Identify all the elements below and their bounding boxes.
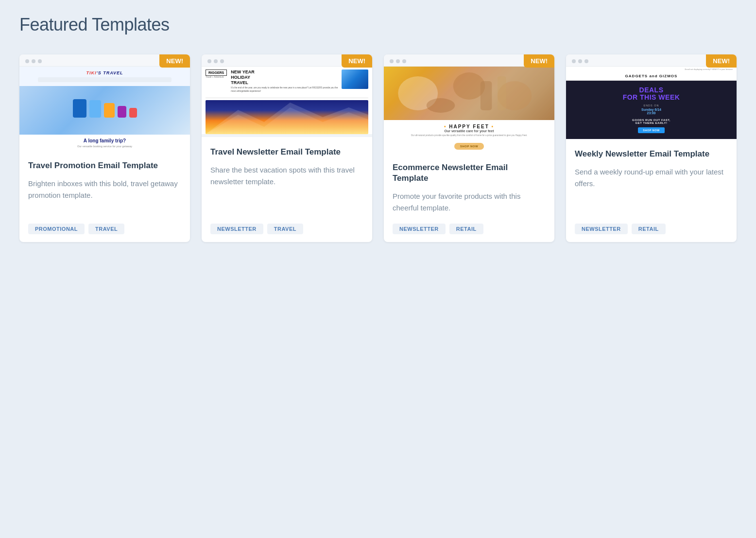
tag-newsletter-3[interactable]: NEWSLETTER (393, 224, 446, 234)
ecommerce-brand: • HAPPY FEET • (389, 124, 550, 129)
template-preview-travel-promo: NEW! TIKI'S TRAVEL A long fami (19, 54, 190, 151)
template-card-ecommerce[interactable]: NEW! • HAPPY FEET • (384, 54, 554, 242)
travel-subtext: Our versatile booking service for your g… (24, 145, 185, 148)
luggage-small (118, 106, 126, 118)
tag-travel-2[interactable]: TRAVEL (267, 224, 303, 234)
ecommerce-shop-button[interactable]: SHOP NOW (454, 143, 484, 150)
template-card-weekly[interactable]: NEW! Email not displaying correctly? VIE… (566, 54, 737, 242)
new-badge: NEW! (159, 54, 190, 68)
mountain-svg (206, 100, 368, 134)
weekly-brand: GADGETS and GIZMOS (570, 74, 733, 78)
riggers-tagline: Travel + Adventure (206, 76, 227, 78)
weekly-header: GADGETS and GIZMOS (566, 72, 737, 81)
dot2 (32, 59, 35, 63)
card-description: Brighten inboxes with this bold, travel … (28, 178, 181, 214)
card-description-4: Send a weekly round-up email with your l… (575, 166, 728, 214)
ecommerce-desc: Our all-natural products provide spa-lik… (389, 134, 550, 138)
card-info-4: Weekly Newsletter Email Template Send a … (566, 139, 737, 242)
dot-left: • (444, 124, 449, 129)
card-tags: PROMOTIONAL TRAVEL (28, 224, 181, 234)
ecommerce-decorative-svg (384, 67, 554, 120)
card-tags-2: NEWSLETTER TRAVEL (210, 224, 363, 234)
preview-content: TIKI'S TRAVEL A long family trip? Our ve… (19, 67, 190, 151)
template-preview-travel-newsletter: NEW! RIGGERS Travel + Adventure NEW YEAR… (202, 54, 372, 137)
riggers-mountain-image (206, 100, 368, 134)
card-tags-4: NEWSLETTER RETAIL (575, 224, 728, 234)
svg-point-3 (453, 72, 485, 100)
card-title-3: Ecommerce Newsletter Email Template (393, 162, 546, 184)
weekly-headline: DEALSFOR THIS WEEK (571, 87, 732, 102)
card-info-3: Ecommerce Newsletter Email Template Prom… (384, 153, 554, 242)
riggers-desc: It's the end of the year, are you ready … (231, 87, 340, 93)
luggage-blue (89, 100, 101, 118)
luggage-large (73, 99, 86, 118)
dot3 (220, 59, 224, 63)
preview-content-4: Email not displaying correctly? VIEW IT … (566, 67, 737, 139)
card-tags-3: NEWSLETTER RETAIL (393, 224, 546, 234)
dot1 (207, 59, 211, 63)
riggers-header: RIGGERS Travel + Adventure NEW YEARHOLID… (202, 67, 372, 96)
template-preview-weekly: NEW! Email not displaying correctly? VIE… (566, 54, 737, 139)
dot3 (584, 59, 588, 63)
card-title: Travel Promotion Email Template (28, 160, 181, 171)
card-info: Travel Promotion Email Template Brighten… (19, 151, 190, 242)
new-badge-4: NEW! (706, 54, 737, 68)
ecommerce-product-image (384, 67, 554, 120)
dot1 (390, 59, 394, 63)
weekly-shop-button[interactable]: SHOP NOW (638, 127, 664, 133)
tag-retail-4[interactable]: RETAIL (632, 224, 666, 234)
svg-rect-7 (498, 76, 506, 110)
riggers-small-image (342, 69, 368, 89)
tag-newsletter-2[interactable]: NEWSLETTER (210, 224, 263, 234)
preview-content-3: • HAPPY FEET • Our versatile care for yo… (384, 67, 554, 153)
ecommerce-text-content: • HAPPY FEET • Our versatile care for yo… (384, 120, 554, 153)
dot2 (214, 59, 218, 63)
preview-content-2: RIGGERS Travel + Adventure NEW YEARHOLID… (202, 67, 372, 134)
new-badge-2: NEW! (342, 54, 372, 68)
tag-promotional[interactable]: PROMOTIONAL (28, 224, 85, 234)
svg-point-5 (427, 98, 455, 113)
dot2 (578, 59, 582, 63)
page-title: Featured Templates (19, 15, 737, 35)
templates-grid: NEW! TIKI'S TRAVEL A long fami (19, 54, 737, 242)
riggers-right: NEW YEARHOLIDAYTRAVEL It's the end of th… (231, 69, 368, 93)
travel-luggage-image (19, 86, 190, 135)
card-title-4: Weekly Newsletter Email Template (575, 149, 728, 159)
template-card-travel-promo[interactable]: NEW! TIKI'S TRAVEL A long fami (19, 54, 190, 242)
tag-newsletter-4[interactable]: NEWSLETTER (575, 224, 628, 234)
riggers-logo-block: RIGGERS Travel + Adventure (206, 69, 227, 78)
ecommerce-sub-brand: Our versatile care for your feet (389, 129, 550, 133)
weekly-main-content: DEALSFOR THIS WEEK ENDS ON Sunday 6/1423… (566, 81, 737, 139)
weekly-ends-label: ENDS ON (571, 104, 732, 107)
svg-rect-6 (481, 81, 492, 110)
weekly-goods-text: GOODS RUN OUT FAST,GET THERE EARLY! (571, 119, 732, 124)
dot1 (25, 59, 29, 63)
luggage-illustration (73, 99, 137, 121)
riggers-divider (206, 98, 368, 98)
travel-text-content: A long family trip? Our versatile bookin… (19, 135, 190, 151)
card-info-2: Travel Newsletter Email Template Share t… (202, 137, 372, 242)
tag-retail-3[interactable]: RETAIL (449, 224, 483, 234)
dot2 (396, 59, 400, 63)
weekly-date: Sunday 6/1423:00 (571, 108, 732, 115)
card-description-3: Promote your favorite products with this… (393, 191, 546, 214)
travel-brand: TIKI'S TRAVEL (21, 70, 188, 75)
card-description-2: Share the best vacation spots with this … (210, 164, 363, 214)
travel-headline: A long family trip? (24, 138, 185, 144)
template-card-travel-newsletter[interactable]: NEW! RIGGERS Travel + Adventure NEW YEAR… (202, 54, 372, 242)
card-title-2: Travel Newsletter Email Template (210, 147, 363, 157)
luggage-xsmall (129, 108, 137, 118)
riggers-title: NEW YEARHOLIDAYTRAVEL (231, 69, 340, 85)
tag-travel[interactable]: TRAVEL (88, 224, 124, 234)
dot1 (572, 59, 576, 63)
new-badge-3: NEW! (524, 54, 554, 68)
luggage-medium (104, 103, 115, 118)
riggers-logo: RIGGERS (206, 69, 227, 76)
travel-search-bar (38, 77, 171, 82)
dot3 (38, 59, 42, 63)
travel-header: TIKI'S TRAVEL (19, 67, 190, 86)
template-preview-ecommerce: NEW! • HAPPY FEET • (384, 54, 554, 153)
dot3 (402, 59, 406, 63)
dot-right: • (489, 124, 494, 129)
